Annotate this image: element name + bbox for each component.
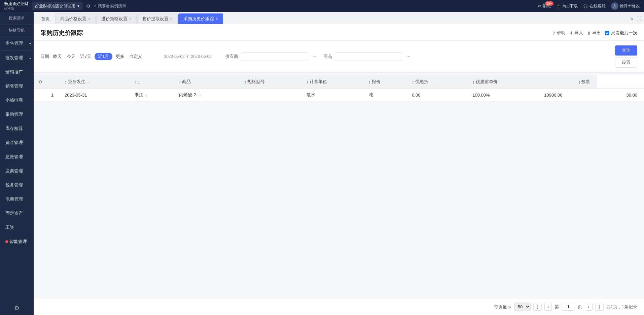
sidebar: 搜索菜单 快捷导航 零售管理 ▾ 批发管理 ▴ 营销推广 销售管理 小畅电商 采… <box>0 12 34 315</box>
supplier-input[interactable] <box>241 53 308 61</box>
page-number-input[interactable] <box>562 303 575 311</box>
filter-goods: 商品 ··· <box>323 53 410 61</box>
tab-close-icon[interactable]: × <box>88 16 91 21</box>
cell-goods: 丙烯酸-2-... <box>175 89 240 102</box>
sidebar-item-wholesale[interactable]: 批发管理 ▴ <box>0 51 34 65</box>
online-service-button[interactable]: 🎧 在线客服 <box>583 3 606 9</box>
sidebar-item-inventory[interactable]: 库存核算 <box>0 121 34 136</box>
tabbar-actions: ✕ ⛶ <box>630 16 641 22</box>
first-page-button[interactable]: ⟪ <box>533 303 542 311</box>
demo-link[interactable]: ○ 我要看实例演示 <box>94 3 126 9</box>
th-qty[interactable]: ↕ 数量 <box>540 75 597 89</box>
gear-icon[interactable]: ⚙ <box>86 3 91 9</box>
th-discount[interactable]: ↕ 优惠折... <box>408 75 468 89</box>
th-spec[interactable]: ↕ 规格型号 <box>240 75 302 89</box>
query-button[interactable]: 查询 <box>615 45 637 56</box>
th-gear[interactable]: ⚙ <box>34 75 47 89</box>
sidebar-item-retail[interactable]: 零售管理 ▾ <box>0 36 34 50</box>
export-button[interactable]: ⬆ 导出 <box>587 30 601 36</box>
th-seq <box>47 75 61 89</box>
th-quote[interactable]: ↕ 报价 <box>365 75 408 89</box>
sort-qty[interactable]: ↕ 数量 <box>578 79 591 85</box>
only-last-input[interactable] <box>605 31 609 35</box>
th-biz-date[interactable]: ↕ 业务发生... <box>61 75 131 89</box>
sidebar-item-invoice[interactable]: 发票管理 <box>0 164 34 178</box>
close-icon[interactable]: ✕ <box>630 16 634 22</box>
sort-goods[interactable]: ↕ 商品 <box>179 79 191 85</box>
cell-spec <box>240 89 302 102</box>
topbar-left: 畅捷通好业财 标准版 好业财标准版交付试用 ▾ ⚙ ○ 我要看实例演示 <box>4 1 126 11</box>
page-size-label: 每页显示 <box>494 304 511 310</box>
sort-quote[interactable]: ↕ 报价 <box>369 79 381 85</box>
pagination: 每页显示 50 ⟪ ‹ 第 页 › ⟫ 共1页，1条记录 <box>34 298 644 315</box>
date-option-more[interactable]: 更多 <box>114 53 126 60</box>
sort-pre-discount-price[interactable]: ↕ 优惠前单价 <box>472 79 498 85</box>
help-button[interactable]: ? 帮助 <box>553 30 565 36</box>
prev-page-button[interactable]: ‹ <box>544 303 552 311</box>
app-download-button[interactable]: 📱 App下载 <box>556 3 578 9</box>
th-unit[interactable]: ↕ 计量单位 <box>302 75 365 89</box>
goods-more-icon[interactable]: ··· <box>406 54 410 60</box>
sort-spec[interactable]: ↕ 规格型号 <box>244 79 265 85</box>
sidebar-item-ecommerce[interactable]: 电商管理 <box>0 192 34 206</box>
sidebar-search[interactable]: 搜索菜单 <box>0 12 34 25</box>
dot-indicator <box>5 240 8 243</box>
version-selector[interactable]: 好业财标准版交付试用 ▾ <box>32 2 83 10</box>
sort-unit[interactable]: ↕ 计量单位 <box>307 79 327 85</box>
sidebar-item-marketing[interactable]: 营销推广 <box>0 65 34 79</box>
sort-discount[interactable]: ↕ 优惠折... <box>412 79 432 85</box>
message-button[interactable]: ✉ 消息 99+ <box>538 3 551 9</box>
sidebar-nav[interactable]: 快捷导航 <box>0 25 34 36</box>
sidebar-item-assets[interactable]: 固定资产 <box>0 206 34 220</box>
tab-strategy[interactable]: 进价策略设置 × <box>96 13 137 24</box>
sidebar-settings-icon[interactable]: ⚙ <box>0 301 34 315</box>
date-option-today[interactable]: 今天 <box>65 53 77 60</box>
sidebar-item-purchase[interactable]: 采购管理 <box>0 107 34 121</box>
sidebar-item-ledger[interactable]: 总账管理 <box>0 150 34 164</box>
tab-close-icon[interactable]: × <box>129 16 132 21</box>
tab-close-icon[interactable]: × <box>216 16 218 21</box>
settings-button[interactable]: 设置 <box>615 58 637 68</box>
import-button[interactable]: ⬇ 导入 <box>569 30 583 36</box>
cell-pre-discount-pct: 100.00% <box>468 89 540 102</box>
th-more[interactable]: ↕ ... <box>131 75 175 89</box>
table-row: 1 2023-05-31 浙江... 丙烯酸-2-... 散水 吨 0.00 1… <box>34 89 644 102</box>
page-suffix: 页 <box>578 304 582 310</box>
expand-icon[interactable]: ⛶ <box>637 16 641 22</box>
app-logo: 畅捷通好业财 标准版 <box>4 1 28 11</box>
tab-close-icon[interactable]: × <box>170 16 173 21</box>
sidebar-item-payroll[interactable]: 工资 <box>0 220 34 235</box>
tab-home[interactable]: 首页 <box>36 14 55 24</box>
date-option-7days[interactable]: 近7天 <box>79 53 93 60</box>
table-header-row: ⚙ ↕ 业务发生... ↕ <box>34 75 644 89</box>
sidebar-item-smart[interactable]: 智能管理 <box>0 235 34 249</box>
last-page-button[interactable]: ⟫ <box>595 303 604 311</box>
next-page-button[interactable]: › <box>585 303 592 311</box>
goods-input[interactable] <box>335 53 402 61</box>
user-menu[interactable]: 人 徐泽华修改 <box>611 2 640 10</box>
tab-history-price[interactable]: 采购历史价跟踪 × <box>178 13 223 24</box>
only-last-checkbox[interactable]: 只看最后一次 <box>605 30 637 36</box>
column-settings-icon[interactable]: ⚙ <box>38 79 42 84</box>
sidebar-item-sales[interactable]: 销售管理 <box>0 79 34 93</box>
page-size-select[interactable]: 50 <box>514 303 531 311</box>
sort-biz-date[interactable]: ↕ 业务发生... <box>65 79 89 85</box>
th-pre-discount-price[interactable]: ↕ 优惠前单价 <box>468 75 540 89</box>
cell-gear <box>34 89 47 102</box>
sidebar-item-tax[interactable]: 税务管理 <box>0 178 34 192</box>
topbar-right: ✉ 消息 99+ 📱 App下载 🎧 在线客服 人 徐泽华修改 <box>538 2 640 10</box>
date-option-1month[interactable]: 近1月 <box>95 53 112 60</box>
sort-more[interactable]: ↕ ... <box>135 79 141 84</box>
date-option-custom[interactable]: 自定义 <box>128 53 144 60</box>
tab-sale-price[interactable]: 售价提取设置 × <box>137 13 178 24</box>
table-body: 1 2023-05-31 浙江... 丙烯酸-2-... 散水 吨 0.00 1… <box>34 89 644 102</box>
table-container: ⚙ ↕ 业务发生... ↕ <box>34 75 644 102</box>
date-option-yesterday[interactable]: 昨天 <box>52 53 63 60</box>
tab-price[interactable]: 商品价格设置 × <box>55 13 96 24</box>
sidebar-item-finance[interactable]: 资金管理 <box>0 136 34 150</box>
cell-discount: 0.00 <box>408 89 468 102</box>
avatar: 人 <box>611 2 618 10</box>
sidebar-item-ecommerce-small[interactable]: 小畅电商 <box>0 93 34 107</box>
th-goods[interactable]: ↕ 商品 <box>175 75 240 89</box>
supplier-more-icon[interactable]: ··· <box>312 54 317 60</box>
